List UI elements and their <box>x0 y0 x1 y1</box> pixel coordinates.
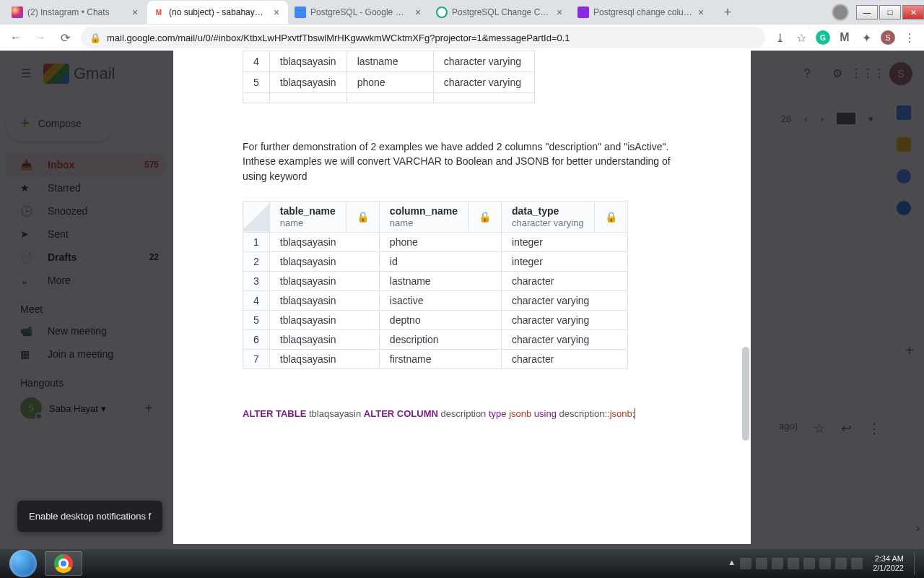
lock-icon: 🔒 <box>346 201 379 232</box>
attachment-preview: 4tblaqsayasinlastnamecharacter varying 5… <box>173 51 751 544</box>
extensions-puzzle-icon[interactable]: ✦ <box>859 30 873 45</box>
tray-icon[interactable] <box>788 558 799 569</box>
tray-show-hidden-icon[interactable]: ▲ <box>728 558 736 569</box>
close-icon[interactable]: × <box>129 7 141 18</box>
table-row: 4tblaqsayasinisactivecharacter varying <box>243 290 628 310</box>
show-desktop-button[interactable] <box>914 552 920 575</box>
favicon-gdocs <box>295 7 306 18</box>
paragraph-text: For further demonstration of 2 examples … <box>243 139 681 184</box>
windows-taskbar: ▲ 2:34 AM 2/1/2022 <box>0 549 924 578</box>
forward-button[interactable]: → <box>32 29 49 46</box>
lock-icon: 🔒 <box>90 33 101 43</box>
favicon-linuxhint <box>578 7 589 18</box>
table-row: 2tblaqsayasinidinteger <box>243 251 628 271</box>
table-row: 3tblaqsayasinlastnamecharacter <box>243 271 628 290</box>
tray-network-icon[interactable] <box>819 558 831 569</box>
url-input[interactable]: 🔒 mail.google.com/mail/u/0/#inbox/KtbxLw… <box>81 27 765 48</box>
grid-corner <box>243 201 270 232</box>
browser-tab-bar: (2) Instagram • Chats× (no subject) - sa… <box>0 0 924 25</box>
profile-avatar-small[interactable]: S <box>881 30 895 45</box>
new-tab-button[interactable]: + <box>718 2 738 22</box>
taskbar-clock[interactable]: 2:34 AM 2/1/2022 <box>873 554 904 573</box>
reload-button[interactable]: ⟳ <box>56 29 74 46</box>
close-icon[interactable]: × <box>271 7 282 18</box>
table-row: 5tblaqsayasinphonecharacter varying <box>243 72 535 93</box>
bookmark-star-icon[interactable]: ☆ <box>794 30 808 45</box>
tray-icon[interactable] <box>756 558 767 569</box>
chrome-icon <box>54 554 73 573</box>
windows-orb-icon <box>9 550 37 577</box>
table-row: 1tblaqsayasinphoneinteger <box>243 232 628 251</box>
lock-icon: 🔒 <box>594 201 627 232</box>
tray-battery-icon[interactable] <box>851 558 863 569</box>
col-header-table-name: table_namename <box>269 201 346 232</box>
col-header-data-type: data_typecharacter varying <box>501 201 594 232</box>
system-tray[interactable]: ▲ <box>728 558 863 569</box>
table-row: 5tblaqsayasindeptnocharacter varying <box>243 310 628 329</box>
window-close[interactable]: ✕ <box>902 5 924 20</box>
favicon-instagram <box>12 7 23 18</box>
close-icon[interactable]: × <box>412 7 424 18</box>
sql-statement: ALTER TABLE tblaqsayasin ALTER COLUMN de… <box>243 408 681 420</box>
window-maximize[interactable]: □ <box>879 5 901 20</box>
tab-linuxhint[interactable]: Postgresql change column× <box>572 1 712 24</box>
url-text: mail.google.com/mail/u/0/#inbox/KtbxLwHP… <box>107 33 570 43</box>
partial-result-table: 4tblaqsayasinlastnamecharacter varying 5… <box>243 51 535 103</box>
col-header-column-name: column_namename <box>379 201 468 232</box>
table-row: 6tblaqsayasindescriptioncharacter varyin… <box>243 329 628 349</box>
tray-icon[interactable] <box>803 558 815 569</box>
start-button[interactable] <box>4 551 42 576</box>
install-app-icon[interactable]: ⤓ <box>772 30 787 45</box>
tray-icon[interactable] <box>772 558 783 569</box>
tray-icon[interactable] <box>740 558 751 569</box>
desktop-notifications-toast[interactable]: Enable desktop notifications f <box>17 501 162 532</box>
favicon-gmail <box>153 7 165 18</box>
table-row <box>243 93 535 103</box>
tab-gdocs[interactable]: PostgreSQL - Google Docs× <box>289 1 430 24</box>
close-icon[interactable]: × <box>554 7 565 18</box>
favicon-commandprompt <box>436 7 448 18</box>
close-icon[interactable]: × <box>695 7 707 18</box>
extension-grammarly-icon[interactable]: G <box>816 30 830 45</box>
chrome-menu-icon[interactable]: ⋮ <box>902 30 917 45</box>
table-row: 7tblaqsayasinfirstnamecharacter <box>243 349 628 368</box>
tab-instagram[interactable]: (2) Instagram • Chats× <box>6 1 147 24</box>
tab-gmail[interactable]: (no subject) - sabahayatkha× <box>147 1 288 24</box>
window-minimize[interactable]: — <box>856 5 878 20</box>
table-row: 4tblaqsayasinlastnamecharacter varying <box>243 51 535 72</box>
extension-m-icon[interactable]: M <box>837 30 852 45</box>
taskbar-chrome[interactable] <box>45 551 82 576</box>
back-button[interactable]: ← <box>7 29 25 46</box>
tray-volume-icon[interactable] <box>835 558 847 569</box>
lock-icon: 🔒 <box>468 201 501 232</box>
address-bar: ← → ⟳ 🔒 mail.google.com/mail/u/0/#inbox/… <box>0 25 924 51</box>
chrome-profile-avatar[interactable] <box>832 4 849 21</box>
scrollbar-thumb[interactable] <box>742 347 749 441</box>
result-grid: table_namename 🔒 column_namename 🔒 data_… <box>243 201 628 369</box>
tab-pgchange[interactable]: PostgreSQL Change Colum× <box>430 1 571 24</box>
